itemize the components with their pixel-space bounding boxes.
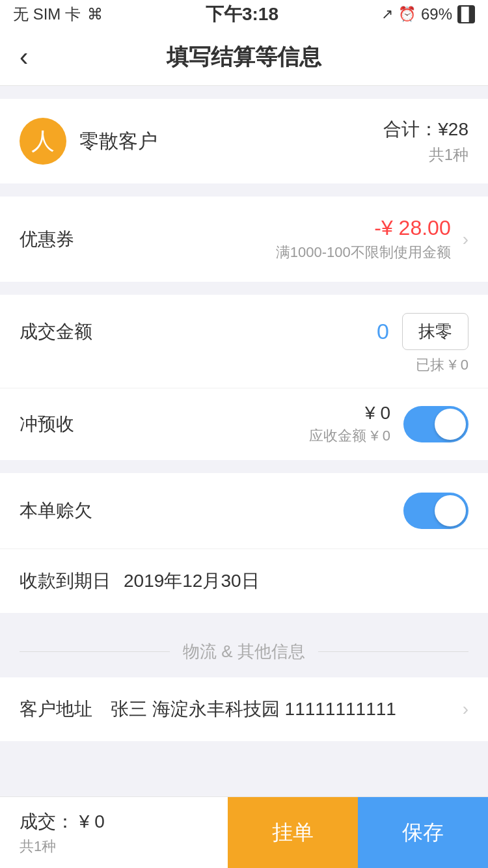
status-time: 下午3:18 — [206, 2, 278, 27]
address-row[interactable]: 客户地址 张三 海淀永丰科技园 11111111111 › — [0, 677, 488, 741]
address-value: 张三 海淀永丰科技园 11111111111 — [98, 697, 457, 722]
debt-section: 本单赊欠 收款到期日 2019年12月30日 — [0, 473, 488, 613]
divider-line-right — [318, 651, 468, 652]
bottom-summary: 成交： ¥ 0 共1种 — [0, 797, 228, 868]
divider-line-left — [20, 651, 170, 652]
battery-text: 69% — [421, 5, 452, 23]
duedate-row: 收款到期日 2019年12月30日 — [0, 549, 488, 613]
bottom-deal-row: 成交： ¥ 0 — [20, 809, 208, 834]
debt-row: 本单赊欠 — [0, 473, 488, 549]
bottom-deal-amount: ¥ 0 — [79, 811, 105, 832]
save-button[interactable]: 保存 — [358, 797, 488, 868]
logistics-divider-section: 物流 & 其他信息 — [0, 626, 488, 677]
status-right: ↗ ⏰ 69% ▊ — [381, 5, 475, 23]
coupon-value-wrapper: -¥ 28.00 满1000-100不限制使用金额 — [276, 216, 451, 262]
status-bar: 无 SIM 卡 ⌘ 下午3:18 ↗ ⏰ 69% ▊ — [0, 0, 488, 29]
amount-sub-label: 已抹 ¥ 0 — [0, 355, 488, 388]
bottom-count: 共1种 — [20, 837, 208, 856]
prepay-toggle[interactable] — [403, 406, 468, 442]
prepay-row: 冲预收 ¥ 0 应收金额 ¥ 0 — [0, 388, 488, 460]
amount-right: 0 抹零 — [377, 313, 468, 350]
battery-icon: ▊ — [457, 5, 475, 23]
avatar: 人 — [20, 118, 66, 165]
round-off-button[interactable]: 抹零 — [402, 313, 468, 350]
alarm-icon: ⏰ — [398, 6, 416, 23]
duedate-label: 收款到期日 — [20, 569, 111, 593]
coupon-label: 优惠券 — [20, 227, 74, 252]
amount-value: 0 — [377, 319, 389, 344]
bottom-deal-label: 成交： — [20, 811, 74, 832]
prepay-right: ¥ 0 应收金额 ¥ 0 — [309, 403, 468, 446]
carrier-text: 无 SIM 卡 — [13, 4, 81, 25]
page-title: 填写结算等信息 — [167, 42, 321, 72]
amount-row: 成交金额 0 抹零 — [0, 295, 488, 355]
debt-toggle-knob — [435, 495, 466, 526]
status-left: 无 SIM 卡 ⌘ — [13, 4, 103, 25]
toggle-knob — [435, 409, 466, 440]
coupon-right: -¥ 28.00 满1000-100不限制使用金额 › — [276, 216, 468, 262]
duedate-value: 2019年12月30日 — [124, 569, 260, 593]
customer-row: 人 零散客户 合计：¥28 共1种 — [0, 99, 488, 183]
address-section[interactable]: 客户地址 张三 海淀永丰科技园 11111111111 › — [0, 677, 488, 741]
bottom-bar: 成交： ¥ 0 共1种 挂单 保存 — [0, 796, 488, 868]
total-count: 共1种 — [383, 144, 468, 165]
customer-info: 人 零散客户 — [20, 118, 157, 165]
prepay-main-amount: ¥ 0 — [309, 403, 390, 424]
amount-label: 成交金额 — [20, 319, 92, 344]
address-label: 客户地址 — [20, 697, 98, 722]
back-button[interactable]: ‹ — [20, 42, 28, 72]
wifi-icon: ⌘ — [87, 5, 103, 23]
debt-toggle[interactable] — [403, 493, 468, 529]
customer-name: 零散客户 — [79, 128, 157, 155]
address-chevron-icon: › — [463, 699, 468, 720]
nav-bar: ‹ 填写结算等信息 — [0, 29, 488, 86]
customer-section: 人 零散客户 合计：¥28 共1种 — [0, 99, 488, 183]
total-amount: 合计：¥28 — [383, 117, 468, 142]
coupon-amount: -¥ 28.00 — [276, 216, 451, 240]
coupon-desc: 满1000-100不限制使用金额 — [276, 243, 451, 262]
prepay-label: 冲预收 — [20, 412, 74, 437]
debt-label: 本单赊欠 — [20, 498, 92, 523]
coupon-row[interactable]: 优惠券 -¥ 28.00 满1000-100不限制使用金额 › — [0, 197, 488, 282]
chevron-right-icon: › — [463, 229, 468, 250]
customer-total: 合计：¥28 共1种 — [383, 117, 468, 165]
prepay-sub-amount: 应收金额 ¥ 0 — [309, 426, 390, 446]
logistics-label: 物流 & 其他信息 — [183, 640, 305, 663]
transaction-section: 成交金额 0 抹零 已抹 ¥ 0 冲预收 ¥ 0 应收金额 ¥ 0 — [0, 295, 488, 460]
prepay-amounts: ¥ 0 应收金额 ¥ 0 — [309, 403, 390, 446]
location-icon: ↗ — [381, 6, 393, 23]
coupon-section[interactable]: 优惠券 -¥ 28.00 满1000-100不限制使用金额 › — [0, 197, 488, 282]
pending-button[interactable]: 挂单 — [228, 797, 358, 868]
